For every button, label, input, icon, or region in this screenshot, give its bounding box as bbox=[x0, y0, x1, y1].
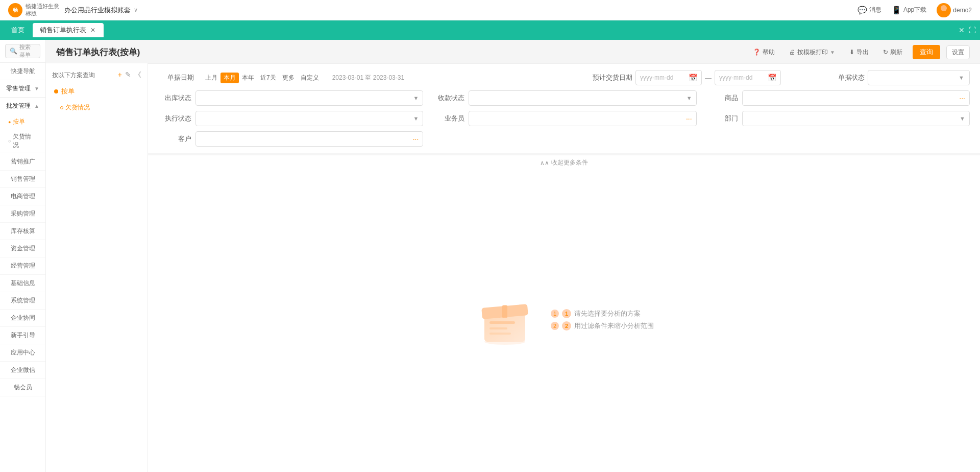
page-header: 销售订单执行表(按单) ❓ 帮助 🖨 按模板打印 ▼ ⬇ 导出 ↻ 刷新 bbox=[46, 40, 980, 63]
goods-label: 商品 bbox=[705, 93, 738, 103]
print-icon: 🖨 bbox=[789, 49, 795, 56]
filter-row-date: 单据日期 上月 本月 本年 近7天 更多 自定义 2023-03-01 至 20… bbox=[158, 70, 970, 85]
sidebar-item-quick-nav[interactable]: 快捷导航 bbox=[0, 63, 45, 80]
help-button[interactable]: ❓ 帮助 bbox=[749, 46, 779, 59]
sidebar-item-marketing[interactable]: 营销推广 bbox=[0, 153, 45, 171]
top-bar-right: 💬 消息 📱 App下载 demo2 bbox=[857, 3, 972, 17]
expected-delivery-label: 预计交货日期 bbox=[593, 73, 632, 82]
sidebar-item-sales-mgmt[interactable]: 销售管理 bbox=[0, 171, 45, 188]
main-content-wrap: 单据日期 上月 本月 本年 近7天 更多 自定义 2023-03-01 至 20… bbox=[148, 63, 980, 472]
outbound-status-field: 出库状态 ▼ bbox=[158, 90, 423, 106]
customer-dots-icon[interactable]: ··· bbox=[413, 135, 419, 143]
breadcrumb[interactable]: 办公用品行业模拟账套 ∨ bbox=[64, 6, 138, 15]
scheme-header: 按以下方案查询 + ✎ 《 bbox=[46, 67, 148, 83]
print-arrow-icon: ▼ bbox=[830, 50, 835, 55]
scheme-add-button[interactable]: + bbox=[118, 70, 122, 80]
refresh-button[interactable]: ↻ 刷新 bbox=[879, 46, 906, 59]
execution-status-label: 执行状态 bbox=[158, 114, 191, 123]
scheme-active-icon bbox=[54, 89, 58, 93]
scheme-sidebar: 按以下方案查询 + ✎ 《 按单 欠货情况 bbox=[46, 63, 148, 472]
sidebar-section-wholesale: 批发管理 ▲ ● 按单 ○ 欠货情况 bbox=[0, 98, 45, 153]
tab-sales-order[interactable]: 销售订单执行表 ✕ bbox=[33, 23, 104, 37]
message-button[interactable]: 💬 消息 bbox=[857, 6, 881, 15]
tab-fullscreen-button[interactable]: ⛶ bbox=[969, 26, 976, 34]
tab-close-icon[interactable]: ✕ bbox=[89, 27, 96, 34]
salesperson-input[interactable]: ··· bbox=[469, 111, 696, 126]
help-icon: ❓ bbox=[753, 49, 761, 56]
sidebar-item-new-user[interactable]: 新手引导 bbox=[0, 327, 45, 344]
date-btn-last-7-days[interactable]: 近7天 bbox=[257, 73, 279, 83]
tab-bar-right: ✕ ⛶ bbox=[959, 26, 976, 34]
date-btn-current-month[interactable]: 本月 bbox=[220, 73, 239, 83]
filter-row-2: 出库状态 ▼ 收款状态 ▼ bbox=[158, 90, 970, 106]
sidebar-item-credit-info[interactable]: ○ 欠货情况 bbox=[0, 129, 45, 153]
app-download-button[interactable]: 📱 App下载 bbox=[892, 6, 926, 15]
execution-chevron-icon: ▼ bbox=[413, 115, 419, 122]
credit-icon: ○ bbox=[8, 138, 11, 144]
date-btn-more[interactable]: 更多 bbox=[279, 73, 298, 83]
salesperson-dots-icon[interactable]: ··· bbox=[686, 114, 692, 123]
sidebar-item-enterprise[interactable]: 企业协同 bbox=[0, 310, 45, 327]
date-filter-shortcuts: 上月 本月 本年 近7天 更多 自定义 bbox=[202, 73, 322, 83]
user-area[interactable]: demo2 bbox=[937, 3, 972, 17]
svg-rect-9 bbox=[502, 305, 507, 318]
sidebar-item-ecommerce[interactable]: 电商管理 bbox=[0, 188, 45, 205]
date-btn-custom[interactable]: 自定义 bbox=[298, 73, 322, 83]
scheme-item-dispatch-order[interactable]: 按单 bbox=[46, 83, 148, 100]
filter-area: 单据日期 上月 本月 本年 近7天 更多 自定义 2023-03-01 至 20… bbox=[148, 63, 980, 153]
sidebar-item-dispatch-order[interactable]: ● 按单 bbox=[0, 114, 45, 129]
customer-field: 客户 ··· bbox=[158, 131, 423, 147]
table-area: 1 请先选择要分析的方案 2 用过滤条件来缩小分析范围 bbox=[148, 170, 980, 472]
expected-delivery-start-input[interactable]: yyyy-mm-dd 📅 bbox=[635, 70, 702, 85]
scheme-edit-button[interactable]: ✎ bbox=[125, 70, 131, 80]
goods-dots-icon[interactable]: ··· bbox=[959, 94, 965, 102]
collapse-up-icon: ∧∧ bbox=[540, 159, 549, 167]
execution-status-select[interactable]: ▼ bbox=[195, 111, 423, 126]
sidebar-item-app-center[interactable]: 应用中心 bbox=[0, 344, 45, 362]
svg-rect-6 bbox=[489, 327, 507, 329]
sidebar-section-wholesale-header[interactable]: 批发管理 ▲ bbox=[0, 98, 45, 114]
expected-delivery-end-input[interactable]: yyyy-mm-dd 📅 bbox=[715, 70, 781, 85]
settings-button[interactable]: 设置 bbox=[946, 45, 970, 59]
date-filter-label: 单据日期 bbox=[158, 73, 194, 82]
calendar-icon: 📅 bbox=[689, 74, 697, 82]
salesperson-label: 业务员 bbox=[431, 114, 464, 123]
sidebar-item-system[interactable]: 系统管理 bbox=[0, 292, 45, 310]
export-button[interactable]: ⬇ 导出 bbox=[845, 46, 873, 59]
order-status-select[interactable]: ▼ bbox=[868, 70, 970, 85]
department-chevron-icon: ▼ bbox=[960, 115, 965, 122]
breadcrumb-arrow-icon: ∨ bbox=[134, 7, 138, 13]
collapse-bar[interactable]: ∧∧ 收起更多条件 bbox=[148, 155, 980, 170]
goods-input[interactable]: ··· bbox=[742, 90, 970, 106]
middle-section: 按以下方案查询 + ✎ 《 按单 欠货情况 bbox=[46, 63, 980, 472]
goods-field: 商品 ··· bbox=[705, 90, 970, 106]
department-field: 部门 ▼ bbox=[705, 111, 970, 126]
date-btn-last-month[interactable]: 上月 bbox=[202, 73, 220, 83]
sidebar-search-button[interactable]: 🔍 搜索菜单 bbox=[5, 44, 40, 58]
sidebar-item-finance[interactable]: 资金管理 bbox=[0, 240, 45, 257]
content-area: 销售订单执行表(按单) ❓ 帮助 🖨 按模板打印 ▼ ⬇ 导出 ↻ 刷新 bbox=[46, 40, 980, 472]
scheme-collapse-button[interactable]: 《 bbox=[134, 70, 141, 80]
sidebar-item-operation[interactable]: 经营管理 bbox=[0, 257, 45, 275]
empty-state: 1 请先选择要分析的方案 2 用过滤条件来缩小分析范围 bbox=[474, 291, 654, 352]
tab-home[interactable]: 首页 bbox=[4, 23, 32, 37]
department-select[interactable]: ▼ bbox=[742, 111, 970, 126]
print-template-button[interactable]: 🖨 按模板打印 ▼ bbox=[785, 46, 839, 59]
date-btn-current-year[interactable]: 本年 bbox=[239, 73, 257, 83]
tab-close-all-button[interactable]: ✕ bbox=[959, 26, 965, 34]
sidebar-item-basic-info[interactable]: 基础信息 bbox=[0, 275, 45, 292]
customer-input[interactable]: ··· bbox=[195, 131, 423, 147]
breadcrumb-text: 办公用品行业模拟账套 bbox=[64, 6, 131, 15]
sidebar-item-member[interactable]: 畅会员 bbox=[0, 379, 45, 396]
outbound-status-select[interactable]: ▼ bbox=[195, 90, 423, 106]
sidebar-item-enterprise-wechat[interactable]: 企业微信 bbox=[0, 362, 45, 379]
execution-status-field: 执行状态 ▼ bbox=[158, 111, 423, 126]
sidebar-item-inventory[interactable]: 库存核算 bbox=[0, 223, 45, 240]
scheme-sub-item-credit-info[interactable]: 欠货情况 bbox=[46, 100, 148, 115]
date-separator: — bbox=[705, 74, 712, 82]
sidebar-item-purchase[interactable]: 采购管理 bbox=[0, 205, 45, 223]
outbound-status-label: 出库状态 bbox=[158, 93, 191, 103]
query-button[interactable]: 查询 bbox=[913, 45, 940, 59]
sidebar-section-retail-header[interactable]: 零售管理 ▼ bbox=[0, 80, 45, 97]
receipt-status-select[interactable]: ▼ bbox=[469, 90, 696, 106]
